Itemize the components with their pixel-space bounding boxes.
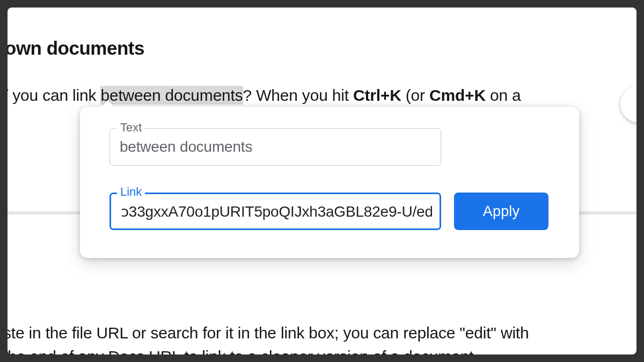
insert-link-popup: Text Link Apply (80, 107, 579, 258)
field-label: Text (117, 121, 145, 135)
apply-button[interactable]: Apply (454, 193, 548, 230)
paragraph-line: the end of any Docs URL to link to a cle… (8, 345, 529, 355)
document-content: own documents / you can link between doc… (8, 8, 636, 354)
text-fragment: ? When you hit (243, 86, 353, 104)
link-url-field: Link (109, 193, 441, 230)
popup-anchor-arrow (101, 100, 114, 107)
selected-text[interactable]: between documents (100, 86, 243, 105)
field-label: Link (117, 185, 145, 199)
link-text-input[interactable] (109, 128, 441, 166)
section-heading: own documents (8, 38, 144, 59)
text-fragment: / you can link (8, 86, 100, 104)
link-url-input[interactable] (109, 193, 441, 230)
link-text-field: Text (109, 128, 441, 166)
keyboard-shortcut: Cmd+K (429, 86, 486, 104)
paragraph-line: / you can link between documents? When y… (8, 84, 521, 107)
floating-button[interactable] (620, 85, 636, 123)
text-fragment: on a (486, 86, 521, 104)
text-fragment: (or (401, 86, 429, 104)
paragraph-line: ste in the file URL or search for it in … (8, 321, 529, 345)
keyboard-shortcut: Ctrl+K (353, 86, 401, 104)
paragraph-block: ste in the file URL or search for it in … (8, 321, 529, 354)
